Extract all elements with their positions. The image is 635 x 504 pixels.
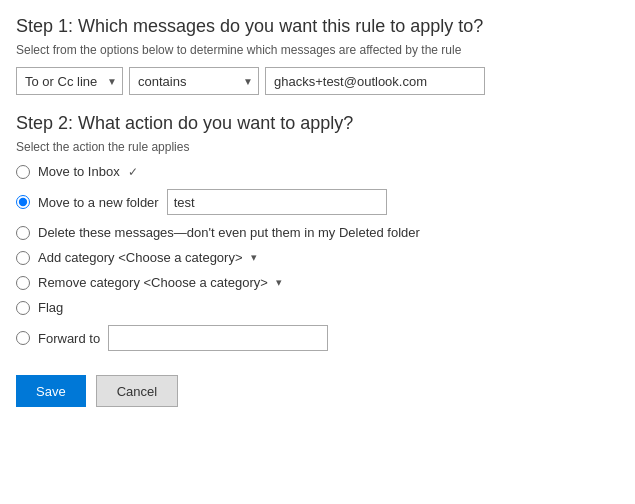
label-forward-to[interactable]: Forward to [38,331,100,346]
radio-add-category[interactable] [16,251,30,265]
step1-heading: Step 1: Which messages do you want this … [16,16,619,37]
move-inbox-text: Move to Inbox [38,164,120,179]
step2-heading: Step 2: What action do you want to apply… [16,113,619,134]
label-move-folder[interactable]: Move to a new folder [38,195,159,210]
radio-remove-category[interactable] [16,276,30,290]
flag-text: Flag [38,300,63,315]
radio-flag[interactable] [16,301,30,315]
action-remove-category: Remove category <Choose a category> ▾ [16,275,619,290]
filter2-wrapper: contains does not contain starts with en… [129,67,259,95]
add-category-arrow-icon: ▾ [251,251,257,264]
delete-text: Delete these messages—don't even put the… [38,225,420,240]
folder-name-input[interactable] [167,189,387,215]
label-remove-category[interactable]: Remove category <Choose a category> ▾ [38,275,282,290]
remove-category-arrow-icon: ▾ [276,276,282,289]
button-row: Save Cancel [16,375,619,407]
radio-move-inbox[interactable] [16,165,30,179]
action-delete: Delete these messages—don't even put the… [16,225,619,240]
label-flag[interactable]: Flag [38,300,63,315]
filter1-select[interactable]: To or Cc line From Subject Body [16,67,123,95]
radio-forward-to[interactable] [16,331,30,345]
action-move-inbox: Move to Inbox ✓ [16,164,619,179]
action-flag: Flag [16,300,619,315]
radio-move-folder[interactable] [16,195,30,209]
save-button[interactable]: Save [16,375,86,407]
filter1-wrapper: To or Cc line From Subject Body ▼ [16,67,123,95]
step2-description: Select the action the rule applies [16,140,619,154]
forward-to-text: Forward to [38,331,100,346]
label-delete[interactable]: Delete these messages—don't even put the… [38,225,420,240]
forward-to-input[interactable] [108,325,328,351]
remove-category-text: Remove category <Choose a category> [38,275,268,290]
label-add-category[interactable]: Add category <Choose a category> ▾ [38,250,257,265]
action-radio-group: Move to Inbox ✓ Move to a new folder Del… [16,164,619,351]
action-move-folder: Move to a new folder [16,189,619,215]
label-move-inbox[interactable]: Move to Inbox ✓ [38,164,138,179]
filter-row: To or Cc line From Subject Body ▼ contai… [16,67,619,95]
add-category-text: Add category <Choose a category> [38,250,243,265]
filter2-select[interactable]: contains does not contain starts with en… [129,67,259,95]
email-input[interactable] [265,67,485,95]
action-forward-to: Forward to [16,325,619,351]
cancel-button[interactable]: Cancel [96,375,178,407]
move-folder-text: Move to a new folder [38,195,159,210]
action-add-category: Add category <Choose a category> ▾ [16,250,619,265]
radio-delete[interactable] [16,226,30,240]
step1-description: Select from the options below to determi… [16,43,619,57]
inbox-check-icon: ✓ [128,165,138,179]
